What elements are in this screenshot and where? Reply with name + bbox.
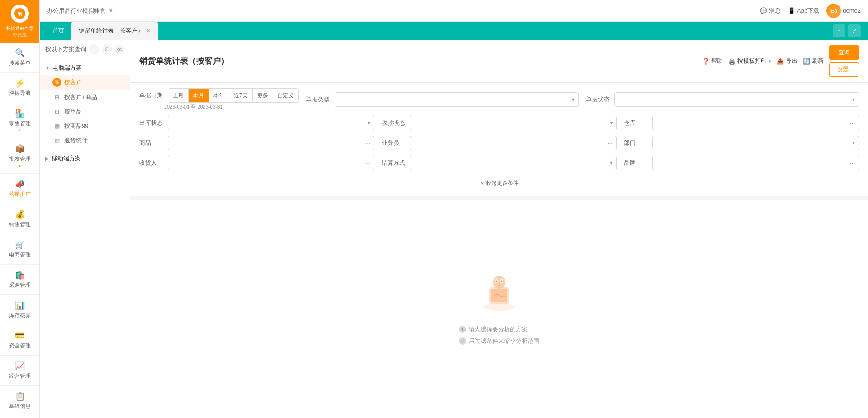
receipt-status-label: 收款状态 [382,119,406,127]
department-filter: 部门 ▾ [624,136,859,150]
tree-group-desktop-header[interactable]: ▼ 电脑端方案 [40,61,130,75]
sidebar-item-business[interactable]: 📈 经营管理 [0,356,39,386]
sidebar-item-finance-label: 资金管理 [9,342,31,350]
tree-item-by-customer[interactable]: 客 按客户 [40,75,130,90]
warehouse-dots[interactable]: ··· [849,119,855,127]
sidebar-item-basic[interactable]: 📋 基础信息 [0,386,39,416]
print-label: 按模板打印 [737,57,767,65]
sidebar-item-sales[interactable]: 💰 销售管理 [0,204,39,234]
message-label: 消息 [769,7,781,15]
sidebar-item-search[interactable]: 🔍 搜索菜单 [0,43,39,73]
tree-group-desktop: ▼ 电脑端方案 客 按客户 ⊞ 按客户+商品 ⊟ 按商品 ▦ 按商品99 [40,59,130,150]
sidebar-item-marketing[interactable]: 📣 营销推广 [0,174,39,204]
message-btn[interactable]: 💬 消息 [760,7,781,15]
tree-item-goods-label: 按商品 [64,108,82,116]
doc-type-input[interactable]: ▾ [335,92,579,107]
window-maximize-btn[interactable]: ⤢ [848,24,861,37]
help-btn[interactable]: ❓ 帮助 [702,57,723,65]
content-area: 按以下方案查询 + ⊙ ≪ ▼ 电脑端方案 [40,40,868,418]
query-button[interactable]: 查询 [829,45,859,60]
search-icon: 🔍 [15,48,25,58]
left-panel-title: 按以下方案查询 [45,45,86,53]
sidebar-item-system[interactable]: ⚙️ 系统管理 [0,416,39,418]
settings-button[interactable]: 设置 [829,62,859,77]
sidebar-item-inventory-label: 库存核算 [9,312,31,319]
print-dropdown-icon: ▾ [769,58,771,64]
payment-input[interactable]: ▾ [410,156,617,170]
chevron-down-icon: ▼ [45,66,50,71]
dropdown-icon-5: ▾ [852,140,855,146]
brand-input[interactable]: ··· [652,156,859,170]
collapse-panel-btn[interactable]: ≪ [114,44,124,54]
salesperson-filter: 业务员 ··· [382,136,617,150]
tab-home[interactable]: 首页 [45,22,71,40]
sidebar-item-inventory[interactable]: 📊 库存核算 [0,295,39,325]
refresh-icon: 🔄 [803,58,810,65]
filter-row-4: 收货人 ··· 结算方式 ▾ 品牌 [139,156,859,170]
goods-input[interactable]: ··· [168,136,374,150]
collapse-bar[interactable]: ∧ 收起更多条件 [139,176,859,191]
tree-item-return-stats[interactable]: ▧ 退货统计 [40,133,130,148]
date-this-month-btn[interactable]: 本月 [189,88,209,103]
department-input[interactable]: ▾ [652,136,859,150]
date-custom-btn[interactable]: 自定义 [273,88,298,103]
export-btn[interactable]: 📤 导出 [777,57,797,65]
doc-type-label: 单据类型 [306,95,331,104]
top-header-right: 💬 消息 📱 App下载 Ea demo2 [760,4,861,18]
salesperson-input[interactable]: ··· [410,136,617,150]
sidebar-item-wholesale[interactable]: 📦 批发管理 ▴ [0,138,39,174]
tip2-num: ② [459,337,466,345]
inventory-icon: 📊 [15,300,25,310]
sidebar-item-finance[interactable]: 💳 资金管理 [0,325,39,356]
tab-sales-stats[interactable]: 销货单统计表（按客户） ✕ [71,22,158,40]
svg-text:畅: 畅 [18,11,22,16]
salesperson-dots[interactable]: ··· [607,139,613,147]
warehouse-input[interactable]: ··· [652,116,859,130]
stats-icon: ▧ [52,138,61,144]
tree-item-goods99[interactable]: ▦ 按商品99 [40,119,130,133]
refresh-btn[interactable]: 🔄 刷新 [803,57,824,65]
tree-item-customer-goods[interactable]: ⊞ 按客户+商品 [40,90,130,104]
sidebar-item-wholesale-label: 批发管理 [9,155,31,163]
receiver-input[interactable]: ··· [168,156,374,170]
brand-label: 品牌 [624,159,649,167]
chevron-right-icon: ▶ [45,156,49,161]
sidebar-item-nav[interactable]: ⚡ 快捷导航 [0,73,39,103]
settings-scheme-btn[interactable]: ⊙ [102,44,112,54]
dropdown-icon-6: ▾ [610,160,613,166]
window-minimize-btn[interactable]: － [833,24,845,37]
receipt-status-filter: 收款状态 ▾ [382,116,617,130]
brand-filter: 品牌 ··· [624,156,859,170]
dropdown-icon: ▾ [572,96,575,103]
doc-status-input[interactable]: ▾ [614,92,859,107]
receipt-status-input[interactable]: ▾ [410,116,617,130]
filter-area: 单据日期 上月 本月 本年 近7天 更多 自定义 2023-03-01 至 20… [130,83,868,196]
tree-group-mobile-header[interactable]: ▶ 移动端方案 [40,152,130,165]
date-more-btn[interactable]: 更多 [253,88,273,103]
sidebar-item-purchase[interactable]: 🛍️ 采购管理 [0,265,39,295]
date-7days-btn[interactable]: 近7天 [229,88,253,103]
tree-item-by-goods[interactable]: ⊟ 按商品 [40,104,130,119]
brand-dots[interactable]: ··· [849,159,855,166]
print-btn-group[interactable]: 🖨️ 按模板打印 ▾ [728,57,771,65]
date-last-month-btn[interactable]: 上月 [168,88,189,103]
app-download-label: App下载 [797,7,819,15]
salesperson-label: 业务员 [382,139,406,147]
out-status-input[interactable]: ▾ [168,116,374,130]
date-this-year-btn[interactable]: 本年 [209,88,229,103]
sidebar-item-ecommerce[interactable]: 🛒 电商管理 [0,234,39,265]
receiver-dots[interactable]: ··· [365,159,370,166]
date-range-display: 2023-03-01 至 2023-03-31 [139,104,223,110]
user-area[interactable]: Ea demo2 [826,4,861,18]
app-download-btn[interactable]: 📱 App下载 [788,7,819,15]
industry-dropdown-icon[interactable]: ▾ [109,7,113,14]
help-label: 帮助 [711,57,723,65]
top-header-left: 办公用品行业模拟账套 ▾ [47,7,113,15]
tab-close-icon[interactable]: ✕ [146,28,151,34]
tip1-num: ① [459,326,466,333]
sidebar-item-retail[interactable]: 🏪 零售管理 ▾ [0,103,39,138]
goods-dots[interactable]: ··· [365,139,370,147]
add-scheme-btn[interactable]: + [89,44,99,54]
empty-illustration [476,271,522,316]
tree-item-goods99-label: 按商品99 [64,122,88,130]
